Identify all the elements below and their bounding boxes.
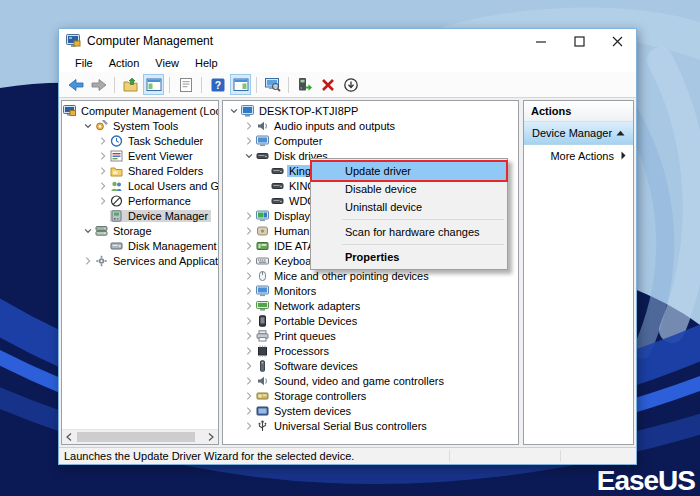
- monitor-icon: [256, 135, 272, 147]
- chevron-right-icon[interactable]: [242, 406, 256, 416]
- tree-item-performance[interactable]: Performance: [62, 193, 218, 208]
- menu-help[interactable]: Help: [187, 57, 226, 69]
- tree-item-device-manager[interactable]: Device Manager: [62, 208, 218, 223]
- tree-item-network-adapters[interactable]: Network adapters: [223, 298, 518, 313]
- menu-action[interactable]: Action: [101, 57, 148, 69]
- forward-button[interactable]: [88, 74, 109, 95]
- scan-for-hardware-changes-menu-item[interactable]: Scan for hardware changes: [312, 223, 506, 241]
- tree-item-services-and-applications[interactable]: Services and Applications: [62, 253, 218, 268]
- chevron-right-icon[interactable]: [242, 376, 256, 386]
- chevron-right-icon[interactable]: [242, 226, 256, 236]
- tree-item-storage-controllers[interactable]: Storage controllers: [223, 388, 518, 403]
- action-pane-button[interactable]: [230, 74, 251, 95]
- tree-item-task-scheduler[interactable]: Task Scheduler: [62, 133, 218, 148]
- chevron-right-icon[interactable]: [242, 346, 256, 356]
- help-button[interactable]: ?: [207, 74, 228, 95]
- update-driver-menu-item[interactable]: Update driver: [312, 162, 506, 180]
- tree-item-audio-inputs-and-outputs[interactable]: Audio inputs and outputs: [223, 118, 518, 133]
- chevron-right-icon[interactable]: [242, 121, 256, 131]
- tree-item-processors[interactable]: Processors: [223, 343, 518, 358]
- tree-item-system-devices[interactable]: System devices: [223, 403, 518, 418]
- scroll-left-icon: [66, 433, 72, 441]
- title-bar[interactable]: Computer Management: [59, 29, 636, 53]
- console-tree-button[interactable]: [143, 74, 164, 95]
- tree-item-computer-management-local[interactable]: Computer Management (Local: [62, 103, 218, 118]
- tree-item-storage[interactable]: Storage: [62, 223, 218, 238]
- minimize-button[interactable]: [522, 29, 560, 53]
- actions-group-device-manager[interactable]: Device Manager: [524, 122, 633, 145]
- chevron-right-icon[interactable]: [242, 256, 256, 266]
- chevron-right-icon[interactable]: [242, 391, 256, 401]
- tree-item-label: Processors: [272, 345, 332, 357]
- properties-menu-item[interactable]: Properties: [312, 248, 506, 266]
- tree-item-monitors[interactable]: Monitors: [223, 283, 518, 298]
- actions-group-title: Device Manager: [532, 127, 612, 139]
- tree-item-system-tools[interactable]: System Tools: [62, 118, 218, 133]
- disable-device-menu-item[interactable]: Disable device: [312, 180, 506, 198]
- close-icon: [612, 36, 623, 47]
- chevron-right-icon[interactable]: [96, 136, 110, 146]
- up-level-folder-button[interactable]: [120, 74, 141, 95]
- update-driver-button[interactable]: [294, 74, 315, 95]
- menu-view[interactable]: View: [147, 57, 187, 69]
- chevron-right-icon[interactable]: [242, 316, 256, 326]
- tree-item-software-devices[interactable]: Software devices: [223, 358, 518, 373]
- chevron-right-icon[interactable]: [242, 361, 256, 371]
- chevron-right-icon[interactable]: [96, 196, 110, 206]
- tree-item-disk-management[interactable]: Disk Management: [62, 238, 218, 253]
- context-menu: Update driverDisable deviceUninstall dev…: [310, 158, 508, 270]
- chevron-down-icon[interactable]: [242, 151, 256, 161]
- scroll-left-button[interactable]: [62, 430, 76, 444]
- chevron-right-icon[interactable]: [242, 211, 256, 221]
- horizontal-scrollbar[interactable]: [62, 429, 218, 444]
- scrollbar-thumb[interactable]: [77, 432, 195, 442]
- tree-item-desktop-ktji8pp[interactable]: DESKTOP-KTJI8PP: [223, 103, 518, 118]
- maximize-button[interactable]: [560, 29, 598, 53]
- window-content: Computer Management (LocalSystem ToolsTa…: [59, 98, 636, 447]
- collapse-icon[interactable]: [616, 130, 625, 136]
- tree-item-label: System Tools: [111, 120, 181, 132]
- close-button[interactable]: [598, 29, 636, 53]
- tree-item-portable-devices[interactable]: Portable Devices: [223, 313, 518, 328]
- tree-item-mice-and-other-pointing-devices[interactable]: Mice and other pointing devices: [223, 268, 518, 283]
- menu-file[interactable]: File: [67, 57, 101, 69]
- update-driver-icon: [297, 77, 313, 93]
- status-divider: [560, 450, 561, 462]
- display-adapter-icon: [256, 210, 272, 222]
- tree-item-sound-video-and-game-controllers[interactable]: Sound, video and game controllers: [223, 373, 518, 388]
- back-button[interactable]: [65, 74, 86, 95]
- tree-item-event-viewer[interactable]: Event Viewer: [62, 148, 218, 163]
- chevron-right-icon[interactable]: [242, 301, 256, 311]
- scroll-right-button[interactable]: [204, 430, 218, 444]
- storage-controller-icon: [256, 390, 272, 402]
- tree-item-shared-folders[interactable]: Shared Folders: [62, 163, 218, 178]
- chevron-down-icon[interactable]: [81, 121, 95, 131]
- chevron-right-icon[interactable]: [242, 136, 256, 146]
- chevron-right-icon[interactable]: [242, 271, 256, 281]
- chevron-right-icon[interactable]: [96, 151, 110, 161]
- tree-item-label: Network adapters: [272, 300, 363, 312]
- tree-item-print-queues[interactable]: Print queues: [223, 328, 518, 343]
- chevron-right-icon[interactable]: [242, 331, 256, 341]
- uninstall-device-button[interactable]: [317, 74, 338, 95]
- tree-item-computer[interactable]: Computer: [223, 133, 518, 148]
- properties-doc-button[interactable]: [175, 74, 196, 95]
- monitor-icon: [256, 285, 272, 297]
- chevron-down-icon[interactable]: [81, 226, 95, 236]
- scan-hardware-button[interactable]: [262, 74, 283, 95]
- chevron-right-icon[interactable]: [242, 241, 256, 251]
- chevron-right-icon[interactable]: [242, 286, 256, 296]
- tree-item-universal-serial-bus-controllers[interactable]: Universal Serial Bus controllers: [223, 418, 518, 433]
- tree-item-label: Sound, video and game controllers: [272, 375, 447, 387]
- chevron-down-icon[interactable]: [227, 106, 241, 116]
- tree-item-local-users-and-groups[interactable]: Local Users and Groups: [62, 178, 218, 193]
- chevron-right-icon[interactable]: [81, 256, 95, 266]
- disable-device-button[interactable]: [340, 74, 361, 95]
- tree-item-label: Performance: [126, 195, 194, 207]
- chevron-right-icon[interactable]: [96, 181, 110, 191]
- uninstall-device-menu-item[interactable]: Uninstall device: [312, 198, 506, 216]
- chevron-right-icon[interactable]: [242, 421, 256, 431]
- forward-icon: [91, 77, 107, 93]
- more-actions-item[interactable]: More Actions: [524, 145, 633, 166]
- chevron-right-icon[interactable]: [96, 166, 110, 176]
